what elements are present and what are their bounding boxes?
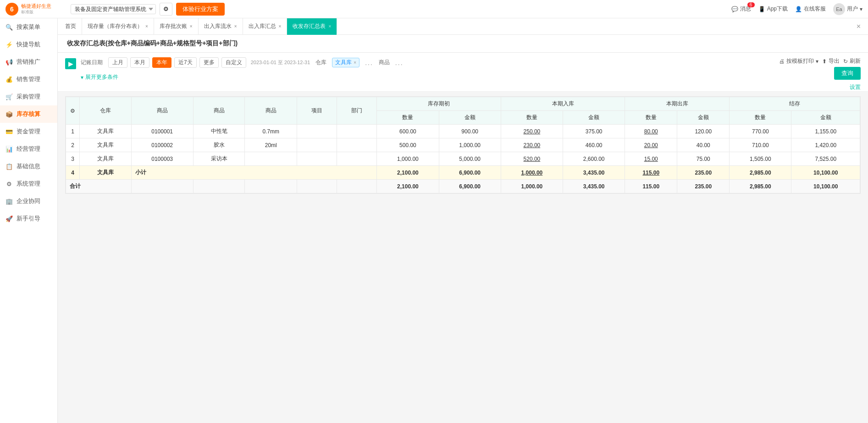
cell-goods-name: 采访本 xyxy=(193,152,245,166)
subtotal-in-amt: 3,435.00 xyxy=(563,166,625,180)
user-label: 用户 xyxy=(847,5,858,13)
tab-inout-flow[interactable]: 出入库流水× xyxy=(199,18,243,35)
th-settings[interactable]: ⚙ xyxy=(66,97,80,125)
user-button[interactable]: Ea 用户 ▾ xyxy=(833,3,862,15)
subtotal-in-qty[interactable]: 1,000.00 xyxy=(501,166,563,180)
cell-in-amt: 460.00 xyxy=(563,138,625,152)
date-btn-7days[interactable]: 近7天 xyxy=(174,57,197,68)
tab-bar-close-button[interactable]: × xyxy=(851,22,866,31)
subtotal-out-qty[interactable]: 115.00 xyxy=(625,166,677,180)
chevron-down-icon: ▾ xyxy=(81,74,83,81)
sidebar-item-basic-info[interactable]: 📋 基础信息 xyxy=(0,158,57,175)
settings-button[interactable]: ⚙ xyxy=(160,3,172,16)
sidebar-item-marketing[interactable]: 📢 营销推广 xyxy=(0,53,57,71)
th-balance: 结存 xyxy=(730,97,860,111)
th-in-amt: 金额 xyxy=(563,111,625,125)
cell-balance-amt: 7,525.00 xyxy=(791,152,860,166)
goods-more-button[interactable]: ... xyxy=(395,59,404,66)
tab-batch-ledger[interactable]: 库存批次账× xyxy=(154,18,199,35)
date-btn-custom[interactable]: 自定义 xyxy=(221,57,246,68)
sidebar-item-purchase[interactable]: 🛒 采购管理 xyxy=(0,88,57,105)
cell-department xyxy=(337,125,377,138)
sidebar-label-sales: 销售管理 xyxy=(17,75,40,83)
sidebar-item-quick-nav[interactable]: ⚡ 快捷导航 xyxy=(0,36,57,53)
tab-home[interactable]: 首页 xyxy=(60,18,82,35)
sidebar-item-search[interactable]: 🔍 搜索菜单 xyxy=(0,18,57,36)
sidebar-item-business[interactable]: 📊 经营管理 xyxy=(0,140,57,158)
subtotal-warehouse: 文具库 xyxy=(80,166,132,180)
filter-collapse-button[interactable]: ▶ xyxy=(65,58,76,69)
tab-close-recv-send-summary[interactable]: × xyxy=(328,24,331,29)
th-balance-amt: 金额 xyxy=(791,111,860,125)
sidebar-item-inventory[interactable]: 📦 库存核算 xyxy=(0,105,57,123)
cell-opening-amt: 900.00 xyxy=(439,125,501,138)
warehouse-tag-remove[interactable]: × xyxy=(354,60,356,65)
table-row: 2 文具库 0100002 胶水 20ml 500.00 1,000.00 23… xyxy=(66,138,860,152)
sidebar-item-system[interactable]: ⚙ 系统管理 xyxy=(0,175,57,192)
tab-label-home: 首页 xyxy=(65,22,76,30)
th-goods-spec: 商品 xyxy=(245,97,297,125)
sidebar-icon-sales: 💰 xyxy=(6,76,13,83)
tab-inout-summary[interactable]: 出入库汇总× xyxy=(243,18,287,35)
sidebar-label-quick-nav: 快捷导航 xyxy=(17,40,40,49)
th-out: 本期出库 xyxy=(625,97,730,111)
date-btn-this-month[interactable]: 本月 xyxy=(130,57,149,68)
cell-in-qty[interactable]: 230.00 xyxy=(501,138,563,152)
print-template-button[interactable]: 🖨 按模板打印 ▾ xyxy=(779,57,818,65)
table-subtotal-row: 4 文具库 小计 2,100.00 6,900.00 1,000.00 3,43… xyxy=(66,166,860,180)
sidebar-item-sales[interactable]: 💰 销售管理 xyxy=(0,71,57,88)
sidebar-item-enterprise[interactable]: 🏢 企业协同 xyxy=(0,192,57,210)
cell-out-qty[interactable]: 15.00 xyxy=(625,152,677,166)
table-settings-link[interactable]: 设置 xyxy=(850,83,861,91)
cell-balance-amt: 1,155.00 xyxy=(791,125,860,138)
tab-stock-dist[interactable]: 现存量（库存分布表）× xyxy=(82,18,154,35)
expand-conditions-label: 展开更多条件 xyxy=(85,73,118,81)
total-opening-qty: 2,100.00 xyxy=(377,180,439,193)
cell-project xyxy=(297,152,337,166)
date-btn-last-month[interactable]: 上月 xyxy=(108,57,127,68)
date-btn-more[interactable]: 更多 xyxy=(199,57,219,68)
refresh-button[interactable]: ↻ 刷新 xyxy=(843,57,861,65)
cell-balance-qty: 710.00 xyxy=(730,138,791,152)
th-opening-amt: 金额 xyxy=(439,111,501,125)
cell-out-qty[interactable]: 20.00 xyxy=(625,138,677,152)
cell-in-qty[interactable]: 520.00 xyxy=(501,152,563,166)
export-button[interactable]: ⬆ 导出 xyxy=(822,57,840,65)
cell-goods-spec: 20ml xyxy=(245,138,297,152)
cell-goods-spec xyxy=(245,152,297,166)
cell-in-qty[interactable]: 250.00 xyxy=(501,125,563,138)
app-edition: 标准版 xyxy=(21,9,51,15)
experience-button[interactable]: 体验行业方案 xyxy=(176,3,225,16)
query-button[interactable]: 查询 xyxy=(834,67,861,80)
th-balance-qty: 数量 xyxy=(730,111,791,125)
th-in-qty: 数量 xyxy=(501,111,563,125)
sidebar-item-guide[interactable]: 🚀 新手引导 xyxy=(0,210,57,227)
cell-out-qty[interactable]: 80.00 xyxy=(625,125,677,138)
th-warehouse: 仓库 xyxy=(80,97,132,125)
sidebar-item-finance[interactable]: 💳 资金管理 xyxy=(0,123,57,140)
warehouse-more-button[interactable]: ... xyxy=(365,59,373,66)
total-opening-amt: 6,900.00 xyxy=(439,180,501,193)
cell-project xyxy=(297,138,337,152)
tab-close-inout-summary[interactable]: × xyxy=(279,24,282,29)
phone-icon: 📱 xyxy=(758,6,765,12)
app-download-button[interactable]: 📱 App下载 xyxy=(758,5,788,13)
online-service-button[interactable]: 👤 在线客服 xyxy=(795,5,826,13)
column-settings-icon[interactable]: ⚙ xyxy=(70,108,75,114)
cell-goods-code: 0100003 xyxy=(131,152,193,166)
system-selector[interactable]: 装备及固定资产辅助管理系统 xyxy=(71,4,156,14)
cell-opening-amt: 5,000.00 xyxy=(439,152,501,166)
app-download-label: App下载 xyxy=(767,5,788,13)
tab-close-batch-ledger[interactable]: × xyxy=(190,24,193,29)
tab-close-stock-dist[interactable]: × xyxy=(145,24,148,29)
cell-opening-qty: 500.00 xyxy=(377,138,439,152)
table-header-group-row: ⚙ 仓库 商品 商品 商品 项目 部门 库存期初 本期入库 xyxy=(66,97,860,111)
date-btn-this-year[interactable]: 本年 xyxy=(152,57,171,68)
messages-button[interactable]: 💬 消息 6 xyxy=(731,5,751,13)
expand-conditions-button[interactable]: ▾ 展开更多条件 xyxy=(81,73,118,81)
cell-department xyxy=(337,152,377,166)
tab-bar: 首页现存量（库存分布表）×库存批次账×出入库流水×出入库汇总×收发存汇总表× × xyxy=(58,18,868,35)
tab-recv-send-summary[interactable]: 收发存汇总表× xyxy=(287,18,337,35)
tab-close-inout-flow[interactable]: × xyxy=(234,24,237,29)
th-goods-code: 商品 xyxy=(131,97,193,125)
